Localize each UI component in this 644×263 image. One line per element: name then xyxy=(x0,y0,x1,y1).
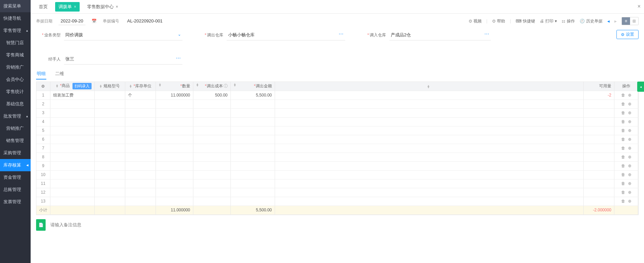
delete-row-icon[interactable]: 🗑 xyxy=(621,146,625,151)
subtab-2d[interactable]: 二维 xyxy=(54,69,65,80)
delete-row-icon[interactable]: 🗑 xyxy=(621,199,625,204)
note-icon[interactable]: 📄 xyxy=(36,219,46,231)
table-row[interactable]: 9🗑⊕ xyxy=(36,161,638,170)
add-row-icon[interactable]: ⊕ xyxy=(628,137,631,142)
add-row-icon[interactable]: ⊕ xyxy=(628,163,631,168)
sidebar-item-1[interactable]: 快捷导航 xyxy=(0,12,31,24)
close-all-icon[interactable]: × xyxy=(638,3,641,10)
add-row-icon[interactable]: ⊕ xyxy=(628,119,631,124)
close-icon[interactable]: × xyxy=(116,2,118,12)
ellipsis-icon: ⋯ xyxy=(484,31,489,37)
sidebar-item-15[interactable]: 总账管理 xyxy=(0,183,31,196)
col-spec[interactable]: ▲▼规格型号 xyxy=(94,82,125,91)
biztype-select[interactable]: 同价调拨⌄ xyxy=(64,30,182,40)
delete-row-icon[interactable]: 🗑 xyxy=(621,155,625,159)
sidebar-item-16[interactable]: 发票管理 xyxy=(0,196,31,208)
doc-date-value[interactable]: 2022-09-20 xyxy=(59,17,85,25)
col-gear[interactable]: ⚙ xyxy=(36,82,50,91)
prev-doc-icon[interactable]: ◂ xyxy=(607,18,610,24)
sidebar-item-5[interactable]: 营销推广 xyxy=(0,61,31,73)
add-row-icon[interactable]: ⊕ xyxy=(628,181,631,186)
tab-retail-data-center[interactable]: 零售数据中心× xyxy=(84,2,122,12)
table-row[interactable]: 8🗑⊕ xyxy=(36,153,638,161)
ellipsis-icon: ⋯ xyxy=(339,31,344,37)
sidebar-item-3[interactable]: 智慧门店 xyxy=(0,37,31,49)
table-row[interactable]: 1组装加工费个11.000000500.005,500.00-2🗑⊕ xyxy=(36,91,638,100)
config-button[interactable]: ⚙ 设置 xyxy=(616,30,639,39)
col-outamt[interactable]: ▲▼*调出金额 xyxy=(230,82,275,91)
add-row-icon[interactable]: ⊕ xyxy=(628,199,631,204)
sidebar-item-9[interactable]: 批发管理 xyxy=(0,110,31,122)
sidebar-item-4[interactable]: 零售商城 xyxy=(0,49,31,61)
delete-row-icon[interactable]: 🗑 xyxy=(621,172,625,177)
ops-link[interactable]: ⚏ 操作 xyxy=(562,18,575,24)
table-row[interactable]: 3🗑⊕ xyxy=(36,108,638,117)
sidebar-item-7[interactable]: 零售统计 xyxy=(0,86,31,98)
in-warehouse-select[interactable]: 产成品2仓⋯ xyxy=(389,30,491,40)
field-handler: 经手人 张三⋯ xyxy=(36,54,182,65)
table-row[interactable]: 7🗑⊕ xyxy=(36,144,638,153)
handler-select[interactable]: 张三⋯ xyxy=(64,54,182,65)
table-row[interactable]: 12🗑⊕ xyxy=(36,188,638,197)
sidebar-item-13[interactable]: 库存核算 xyxy=(0,159,31,171)
delete-row-icon[interactable]: 🗑 xyxy=(621,190,625,195)
col-unit[interactable]: ▲▼*库存单位 xyxy=(125,82,156,91)
subtab-detail[interactable]: 明细 xyxy=(36,69,46,80)
tab-transfer-order[interactable]: 调拨单× xyxy=(55,2,80,12)
view-card-icon[interactable]: ⊞ xyxy=(630,17,638,25)
delete-row-icon[interactable]: 🗑 xyxy=(621,137,625,142)
table-row[interactable]: 10🗑⊕ xyxy=(36,170,638,179)
delete-row-icon[interactable]: 🗑 xyxy=(621,163,625,168)
table-row[interactable]: 11🗑⊕ xyxy=(36,179,638,188)
right-drawer-handle[interactable]: ◂ xyxy=(637,82,644,92)
print-link[interactable]: 🖨 打印 ▾ xyxy=(540,18,557,24)
delete-row-icon[interactable]: 🗑 xyxy=(621,110,625,115)
table-row[interactable]: 4🗑⊕ xyxy=(36,117,638,126)
video-link[interactable]: ⊙ 视频 xyxy=(469,18,482,24)
calendar-icon[interactable]: 📅 xyxy=(92,19,97,23)
close-icon[interactable]: × xyxy=(74,2,76,12)
delete-row-icon[interactable]: 🗑 xyxy=(621,119,625,124)
tab-home[interactable]: 首页 xyxy=(35,2,51,12)
remark-input[interactable] xyxy=(50,222,639,227)
sidebar-item-14[interactable]: 资金管理 xyxy=(0,171,31,183)
chevron-down-icon: ⌄ xyxy=(178,32,181,37)
delete-row-icon[interactable]: 🗑 xyxy=(621,102,625,106)
delete-row-icon[interactable]: 🗑 xyxy=(621,181,625,186)
add-row-icon[interactable]: ⊕ xyxy=(628,128,631,133)
delete-row-icon[interactable]: 🗑 xyxy=(621,128,625,133)
col-qty[interactable]: ▲▼*数量 xyxy=(156,82,193,91)
sidebar-item-8[interactable]: 基础信息 xyxy=(0,98,31,110)
table-row[interactable]: 2🗑⊕ xyxy=(36,100,638,108)
sidebar-item-6[interactable]: 会员中心 xyxy=(0,73,31,86)
delete-row-icon[interactable]: 🗑 xyxy=(621,93,625,98)
history-link[interactable]: 🕘 历史单据 xyxy=(580,18,602,24)
shortcut-link[interactable]: ⌨ 快捷键 xyxy=(516,18,535,24)
add-row-icon[interactable]: ⊕ xyxy=(628,190,631,195)
col-product[interactable]: ▲▼*商品扫码录入 xyxy=(50,82,94,91)
add-row-icon[interactable]: ⊕ xyxy=(628,110,631,115)
scan-button[interactable]: 扫码录入 xyxy=(73,83,92,89)
help-icon[interactable]: ⓘ xyxy=(224,84,228,88)
table-row[interactable]: 13🗑⊕ xyxy=(36,197,638,206)
sidebar-item-10[interactable]: 营销推广 xyxy=(0,122,31,135)
view-list-icon[interactable]: ≡ xyxy=(622,17,630,25)
add-row-icon[interactable]: ⊕ xyxy=(628,155,631,159)
next-doc-icon[interactable]: ▸ xyxy=(614,18,617,24)
add-row-icon[interactable]: ⊕ xyxy=(628,93,631,98)
col-outcost[interactable]: ▲▼*调出成本ⓘ xyxy=(193,82,230,91)
subtotal-label: 小计 xyxy=(36,206,50,214)
out-warehouse-select[interactable]: 小畅小畅仓库⋯ xyxy=(227,30,345,40)
sidebar-item-0[interactable]: 搜索菜单 xyxy=(0,0,31,12)
sidebar-item-2[interactable]: 零售管理 xyxy=(0,24,31,37)
add-row-icon[interactable]: ⊕ xyxy=(628,172,631,177)
help-link[interactable]: ⊙ 帮助 xyxy=(492,18,505,24)
sidebar-item-12[interactable]: 采购管理 xyxy=(0,147,31,159)
add-row-icon[interactable]: ⊕ xyxy=(628,102,631,106)
sidebar-item-11[interactable]: 销售管理 xyxy=(0,135,31,147)
col-avail[interactable]: 可用量 xyxy=(584,82,614,91)
ellipsis-icon: ⋯ xyxy=(176,55,181,61)
table-row[interactable]: 5🗑⊕ xyxy=(36,126,638,135)
table-row[interactable]: 6🗑⊕ xyxy=(36,135,638,144)
add-row-icon[interactable]: ⊕ xyxy=(628,146,631,151)
